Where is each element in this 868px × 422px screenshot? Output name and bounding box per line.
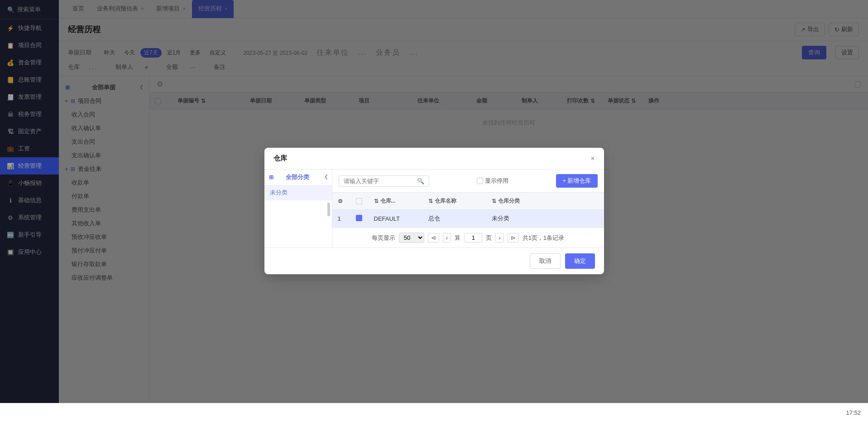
dialog-td-checkbox bbox=[350, 210, 369, 227]
add-warehouse-btn[interactable]: + 新增仓库 bbox=[556, 174, 597, 188]
dialog-search-icon: 🔍 bbox=[417, 178, 424, 184]
dialog-th-category[interactable]: ⇅ 仓库分类 bbox=[486, 193, 604, 209]
dialog-left-header: ⊞ 全部分类 《 bbox=[264, 170, 332, 185]
dialog-last-page-btn[interactable]: ⊳ bbox=[508, 233, 519, 243]
uncategorized-label: 未分类 bbox=[270, 189, 288, 196]
dialog-per-page-select[interactable]: 50 10 20 100 bbox=[399, 233, 424, 243]
dialog-title: 仓库 bbox=[273, 154, 287, 163]
taskbar: 17:52 bbox=[0, 403, 868, 422]
dialog-page-input[interactable] bbox=[464, 233, 482, 243]
dialog-th-settings[interactable]: ⚙ bbox=[332, 193, 350, 209]
dialog-table-header: ⚙ ⇅ 仓库... ⇅ 仓库名称 ⇅ bbox=[332, 193, 604, 210]
dialog-calc-label: 算 bbox=[455, 234, 460, 242]
scroll-handle[interactable] bbox=[327, 203, 330, 216]
show-disabled-label: 显示停用 bbox=[485, 177, 508, 185]
category-icon: ⊞ bbox=[269, 174, 273, 180]
show-disabled-checkbox[interactable] bbox=[477, 178, 483, 184]
add-warehouse-label: + 新增仓库 bbox=[562, 177, 591, 185]
dialog-pagination: 每页显示 50 10 20 100 ⊲ ‹ 算 页 › ⊳ bbox=[332, 228, 604, 247]
sort-arrows-2: ⇅ bbox=[428, 198, 433, 204]
sort-arrows: ⇅ bbox=[374, 198, 379, 204]
dialog-td-row-num: 1 bbox=[332, 211, 350, 227]
dialog-total-label: 共1页，1条记录 bbox=[523, 234, 564, 242]
dialog-header: 仓库 × bbox=[264, 148, 604, 170]
dialog-next-page-btn[interactable]: › bbox=[495, 233, 504, 243]
dialog-right: 🔍 显示停用 + 新增仓库 ⚙ bbox=[332, 170, 604, 247]
dialog-body: ⊞ 全部分类 《 未分类 bbox=[264, 170, 604, 247]
dialog-header-checkbox[interactable] bbox=[356, 198, 362, 204]
warehouse-category-label: 仓库分类 bbox=[498, 197, 520, 205]
dialog-table: ⚙ ⇅ 仓库... ⇅ 仓库名称 ⇅ bbox=[332, 193, 604, 228]
all-category-label: 全部分类 bbox=[286, 173, 309, 181]
row-checkbox[interactable] bbox=[356, 215, 362, 221]
dialog-search-box: 🔍 bbox=[339, 175, 429, 187]
dialog-td-code: DEFAULT bbox=[369, 211, 423, 227]
warehouse-dialog: 仓库 × ⊞ 全部分类 《 未分类 bbox=[264, 148, 604, 274]
dialog-table-row[interactable]: 1 DEFAULT 总仓 未分类 bbox=[332, 210, 604, 228]
dialog-td-name: 总仓 bbox=[423, 210, 486, 227]
dialog-close-btn[interactable]: × bbox=[590, 155, 595, 163]
dialog-th-name[interactable]: ⇅ 仓库名称 bbox=[423, 193, 486, 209]
show-disabled-toggle: 显示停用 bbox=[477, 177, 508, 185]
dialog-overlay[interactable]: 仓库 × ⊞ 全部分类 《 未分类 bbox=[0, 0, 868, 422]
dialog-th-code[interactable]: ⇅ 仓库... bbox=[369, 193, 423, 209]
dialog-per-page-label: 每页显示 bbox=[372, 234, 395, 242]
dialog-search-input[interactable] bbox=[344, 178, 414, 184]
sort-arrows-3: ⇅ bbox=[492, 198, 496, 204]
dialog-page-label: 页 bbox=[486, 234, 492, 242]
dialog-td-category: 未分类 bbox=[486, 210, 604, 227]
dialog-tree-uncategorized[interactable]: 未分类 bbox=[264, 185, 332, 200]
taskbar-time: 17:52 bbox=[846, 409, 861, 416]
dialog-collapse-btn[interactable]: 《 bbox=[322, 174, 327, 181]
dialog-left: ⊞ 全部分类 《 未分类 bbox=[264, 170, 332, 247]
dialog-toolbar: 🔍 显示停用 + 新增仓库 bbox=[332, 170, 604, 193]
dialog-first-page-btn[interactable]: ⊲ bbox=[428, 233, 439, 243]
cancel-button[interactable]: 取消 bbox=[530, 253, 561, 269]
warehouse-name-label: 仓库名称 bbox=[435, 197, 456, 205]
dialog-prev-page-btn[interactable]: ‹ bbox=[443, 233, 451, 243]
confirm-button[interactable]: 确定 bbox=[565, 253, 595, 269]
dialog-footer: 取消 确定 bbox=[264, 247, 604, 274]
warehouse-code-label: 仓库... bbox=[380, 197, 396, 205]
dialog-th-checkbox bbox=[350, 193, 369, 209]
